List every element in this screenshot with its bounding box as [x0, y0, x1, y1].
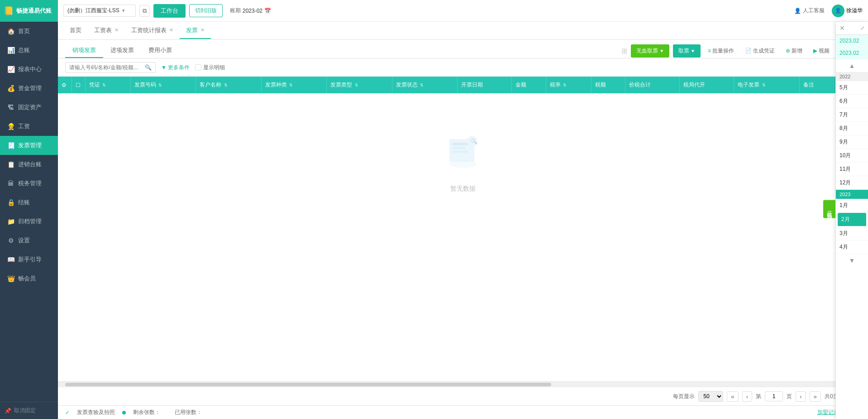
sidebar-item-member-label: 畅会员	[18, 275, 36, 283]
sidebar-item-tax[interactable]: 🏛 税务管理	[0, 174, 58, 193]
subtab-sales-invoice[interactable]: 销项发票	[65, 43, 103, 58]
horizontal-scrollbar[interactable]	[58, 381, 868, 387]
company-selector[interactable]: (勿删）江西服宝-LSS ▼	[63, 5, 136, 17]
subtab-expense-ticket[interactable]: 费用小票	[141, 43, 179, 58]
type-sort-icon[interactable]: ⇅	[289, 83, 293, 87]
more-filter-button[interactable]: ▼ 更多条件	[161, 64, 190, 72]
first-page-button[interactable]: «	[727, 391, 738, 402]
generate-voucher-button[interactable]: 📄 生成凭证	[741, 45, 778, 57]
month-2023-3[interactable]: 3月	[836, 227, 868, 241]
tab-invoice[interactable]: 发票 ✕	[180, 23, 211, 39]
subtab-sales-invoice-label: 销项发票	[72, 47, 96, 53]
sidebar-item-invoice[interactable]: 🧾 发票管理	[0, 136, 58, 155]
sidebar-item-ledger[interactable]: 📊 总账	[0, 41, 58, 60]
col-type: 发票种类 ⇅	[261, 77, 326, 93]
switch-old-button[interactable]: 切到旧版	[189, 4, 223, 17]
scroll-up-arrow[interactable]: ▲	[849, 62, 855, 69]
avatar-icon: 👤	[835, 8, 841, 14]
sidebar-item-fund-label: 资金管理	[18, 84, 42, 92]
tab-bar: 首页 工资表 ✕ 工资统计报表 ✕ 发票 ✕	[58, 22, 868, 40]
sidebar-item-fund[interactable]: 💰 资金管理	[0, 79, 58, 98]
nav-arrows: ▲	[836, 59, 868, 72]
sidebar-item-home[interactable]: 🏠 首页	[0, 22, 58, 41]
search-input[interactable]	[69, 64, 143, 71]
tab-salary-close[interactable]: ✕	[114, 27, 119, 33]
nav-arrows-down: ▼	[836, 254, 868, 267]
month-2022-9[interactable]: 9月	[836, 135, 868, 149]
tab-salary[interactable]: 工资表 ✕	[88, 23, 125, 39]
tab-salary-report[interactable]: 工资统计报表 ✕	[125, 23, 180, 39]
month-2022-10[interactable]: 10月	[836, 149, 868, 163]
scroll-thumb[interactable]	[65, 383, 551, 386]
right-panel: ✕ ⤢ 2023.02 2023.02 ▲ 2022 5月 6月 7月 8月 9…	[835, 22, 868, 419]
sidebar-item-close[interactable]: 🔒 结账	[0, 193, 58, 212]
page-size-select[interactable]: 50 100 200	[698, 391, 723, 402]
prev-page-button[interactable]: ‹	[742, 391, 752, 402]
status-sort-icon[interactable]: ⇅	[420, 83, 424, 87]
invoice-no-sort-icon[interactable]: ⇅	[158, 83, 162, 87]
video-button[interactable]: ▶ 视频	[810, 45, 833, 57]
batch-ops-button[interactable]: ≡ 批量操作	[704, 45, 738, 57]
sidebar-item-archive[interactable]: 📁 归档管理	[0, 212, 58, 231]
pagination-bar: 每页显示 50 100 200 « ‹ 第 页 › » 共0页, 0条记录	[58, 387, 868, 405]
period-label: 账期	[230, 7, 241, 14]
new-button[interactable]: ⊕ 新增	[782, 45, 806, 57]
tab-salary-report-close[interactable]: ✕	[169, 27, 173, 33]
page-number-input[interactable]	[765, 391, 783, 401]
tab-invoice-close[interactable]: ✕	[200, 27, 205, 33]
month-2023-1[interactable]: 1月	[836, 199, 868, 212]
sidebar-item-sales[interactable]: 📋 进销台账	[0, 155, 58, 174]
table-header-row: ⚙ ☐ 凭证 ⇅ 发票号码 ⇅ 客户名称 ⇅ 发票种类 ⇅ 发票类型 ⇅ 发票状…	[58, 77, 868, 93]
subtab-purchase-invoice[interactable]: 进项发票	[103, 43, 141, 58]
scroll-down-arrow[interactable]: ▼	[849, 257, 855, 264]
show-detail-checkbox[interactable]: 显示明细	[195, 64, 225, 72]
workspace-button[interactable]: 工作台	[153, 4, 186, 18]
month-2022-8[interactable]: 8月	[836, 122, 868, 135]
grid-view-icon[interactable]: ⊞	[621, 47, 627, 55]
sidebar-item-salary[interactable]: 👷 工资	[0, 117, 58, 136]
customer-sort-icon[interactable]: ⇅	[224, 83, 228, 87]
category-sort-icon[interactable]: ⇅	[355, 83, 358, 87]
right-panel-close-btn[interactable]: ✕	[839, 24, 845, 32]
sidebar-pin[interactable]: 📌 取消固定	[0, 402, 58, 419]
table-container: ⚙ ☐ 凭证 ⇅ 发票号码 ⇅ 客户名称 ⇅ 发票种类 ⇅ 发票类型 ⇅ 发票状…	[58, 77, 868, 381]
open-date-button[interactable]: 开账日期	[823, 200, 835, 218]
month-2023-4[interactable]: 4月	[836, 241, 868, 254]
month-2022-7[interactable]: 7月	[836, 108, 868, 122]
sidebar-item-report[interactable]: 📈 报表中心	[0, 60, 58, 79]
sidebar-item-guide[interactable]: 📖 新手引导	[0, 250, 58, 269]
next-page-button[interactable]: ›	[796, 391, 806, 402]
close-icon: 🔒	[7, 199, 14, 206]
service-button[interactable]: 👤 人工客服	[794, 7, 825, 14]
month-2022-5[interactable]: 5月	[836, 81, 868, 95]
month-2023-2[interactable]: 2月	[838, 213, 866, 226]
col-check[interactable]: ☐	[72, 77, 85, 93]
date-entry-2[interactable]: 2023.02	[836, 47, 868, 59]
sidebar-item-sales-label: 进销台账	[18, 160, 42, 169]
right-panel-expand-btn[interactable]: ⤢	[860, 25, 864, 31]
sidebar-item-guide-label: 新手引导	[18, 255, 42, 264]
filter-icon: ▼	[161, 64, 167, 71]
month-2022-6[interactable]: 6月	[836, 95, 868, 108]
topbar-right: 👤 人工客服 👤 徐溢华	[794, 5, 863, 17]
last-page-button[interactable]: »	[810, 391, 821, 402]
sidebar-item-member[interactable]: 👑 畅会员	[0, 269, 58, 288]
col-settings[interactable]: ⚙	[58, 77, 72, 93]
logo-text: 畅捷通易代账	[16, 7, 52, 15]
sidebar-item-asset[interactable]: 🏗 固定资产	[0, 98, 58, 117]
settings-icon: ⚙	[7, 237, 14, 244]
e-invoice-sort-icon[interactable]: ⇅	[762, 83, 766, 87]
sidebar-item-settings[interactable]: ⚙ 设置	[0, 231, 58, 250]
month-2022-12[interactable]: 12月	[836, 176, 868, 190]
month-2022-11[interactable]: 11月	[836, 163, 868, 176]
sidebar-pin-label: 取消固定	[14, 407, 36, 414]
voucher-sort-icon[interactable]: ⇅	[102, 83, 106, 87]
copy-company-button[interactable]: ⧉	[139, 5, 150, 17]
no-invoice-button[interactable]: 无血取票 ▼	[631, 44, 669, 58]
tab-home[interactable]: 首页	[63, 23, 88, 39]
get-invoice-button[interactable]: 取票 ▼	[673, 44, 701, 58]
date-entry-1[interactable]: 2023.02	[836, 35, 868, 47]
tax-rate-sort-icon[interactable]: ⇅	[563, 83, 567, 87]
sidebar-item-report-label: 报表中心	[18, 65, 42, 73]
user-info[interactable]: 👤 徐溢华	[832, 5, 863, 17]
